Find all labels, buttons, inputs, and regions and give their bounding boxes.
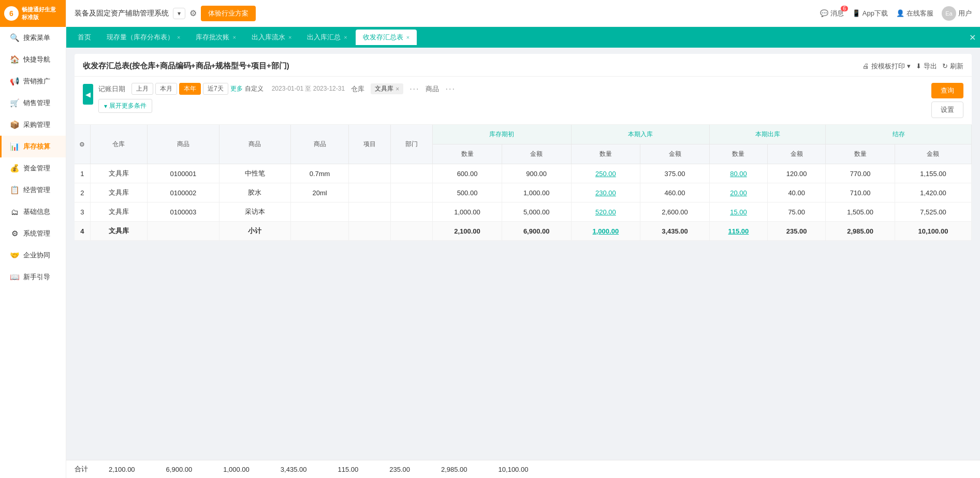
refresh-btn[interactable]: ↻ 刷新 [942, 62, 963, 71]
sidebar-item-finance[interactable]: 💰资金管理 [0, 157, 66, 179]
total-close-qty: 2,985.00 [441, 466, 467, 473]
row-out-qty-3[interactable]: 115.00 [709, 222, 767, 241]
tab-inout_flow[interactable]: 出入库流水 × [244, 30, 299, 45]
group-in-header: 本期入库 [571, 125, 709, 144]
page-card: 收发存汇总表(按仓库+商品编码+商品+规格型号+项目+部门) 🖨 按模板打印 ▾… [75, 54, 972, 241]
row-no-0: 1 [75, 164, 90, 183]
warehouse-more-dots[interactable]: ··· [409, 84, 419, 94]
sidebar-label-sales: 销售管理 [23, 98, 50, 108]
tab-close-inout_summary[interactable]: × [344, 34, 347, 40]
sidebar-item-basic[interactable]: 🗂基础信息 [0, 201, 66, 223]
warehouse-tag-close[interactable]: × [396, 85, 399, 93]
out-amt-header: 金额 [768, 144, 826, 164]
table-row: 4 文具库 小计 2,100.00 6,900.00 1,000.00 3,43… [75, 222, 972, 241]
trial-button[interactable]: 体验行业方案 [201, 6, 256, 21]
sidebar-item-purchase[interactable]: 📦采购管理 [0, 114, 66, 136]
row-open-amt-1: 1,000.00 [502, 183, 571, 202]
row-out-qty-2[interactable]: 15.00 [709, 202, 767, 222]
row-in-qty-3[interactable]: 1,000.00 [571, 222, 640, 241]
top-header-right: 💬 消息 6 📱 App下载 👤 在线客服 Ea 用户 [820, 6, 972, 21]
filter-toggle-btn[interactable]: ◀ [83, 84, 93, 105]
date-btn-7days[interactable]: 近7天 [203, 83, 228, 95]
date-more-btn[interactable]: 更多 [230, 84, 243, 93]
row-in-qty-1[interactable]: 230.00 [571, 183, 640, 202]
sidebar-item-search[interactable]: 🔍搜索菜单 [0, 27, 66, 49]
sidebar-item-marketing[interactable]: 📢营销推广 [0, 70, 66, 92]
tab-label-inout_summary: 出入库汇总 [307, 33, 341, 42]
date-btn-this-year[interactable]: 本年 [179, 83, 201, 95]
row-open-amt-3: 6,900.00 [502, 222, 571, 241]
row-project-1 [349, 183, 391, 202]
sidebar-label-system: 系统管理 [23, 229, 50, 238]
operations-icon: 📋 [10, 185, 19, 195]
message-btn[interactable]: 💬 消息 6 [820, 9, 844, 18]
row-spec-1: 20ml [290, 183, 348, 202]
total-label: 合计 [75, 465, 88, 474]
row-warehouse-2: 文具库 [90, 202, 148, 222]
row-out-qty-1[interactable]: 20.00 [709, 183, 767, 202]
user-avatar: Ea [942, 6, 956, 21]
tab-label-home: 首页 [78, 33, 91, 42]
sidebar-item-quick[interactable]: 🏠快捷导航 [0, 49, 66, 70]
date-custom-btn[interactable]: 自定义 [245, 84, 264, 93]
export-icon: ⬇ [916, 62, 922, 70]
content-area: 收发存汇总表(按仓库+商品编码+商品+规格型号+项目+部门) 🖨 按模板打印 ▾… [66, 48, 980, 460]
system-dropdown[interactable]: ▾ [173, 8, 185, 19]
top-header: 装备及固定资产辅助管理系统 ▾ ⚙ 体验行业方案 💬 消息 6 📱 App下载 … [66, 0, 980, 27]
tab-close-batch[interactable]: × [232, 34, 236, 40]
row-out-qty-0[interactable]: 80.00 [709, 164, 767, 183]
tab-inventory_dist[interactable]: 现存量（库存分布表） × [99, 30, 187, 45]
sidebar-item-guide[interactable]: 📖新手引导 [0, 266, 66, 288]
row-spec-2 [290, 202, 348, 222]
date-btn-last-month[interactable]: 上月 [131, 83, 153, 95]
sidebar-item-enterprise[interactable]: 🤝企业协同 [0, 244, 66, 266]
export-btn[interactable]: ⬇ 导出 [916, 62, 937, 71]
date-btn-this-month[interactable]: 本月 [155, 83, 177, 95]
tab-home[interactable]: 首页 [70, 30, 98, 45]
row-code-3 [148, 222, 219, 241]
sidebar-item-system[interactable]: ⚙系统管理 [0, 223, 66, 244]
goods-more-dots[interactable]: ··· [445, 84, 455, 94]
col-settings: ⚙ [75, 125, 90, 164]
sidebar-item-inventory[interactable]: 📊库存核算 [0, 136, 66, 157]
row-out-amt-2: 75.00 [768, 202, 826, 222]
quick-icon: 🏠 [10, 55, 19, 64]
print-chevron: ▾ [907, 62, 911, 70]
close-qty-header: 数量 [826, 144, 895, 164]
user-btn[interactable]: Ea 用户 [942, 6, 972, 21]
row-in-qty-2[interactable]: 520.00 [571, 202, 640, 222]
date-label: 记账日期 [98, 84, 125, 94]
tab-batch[interactable]: 库存批次账 × [188, 30, 243, 45]
system-icon: ⚙ [10, 229, 19, 238]
row-no-1: 2 [75, 183, 90, 202]
tab-close-inventory_dist[interactable]: × [177, 34, 180, 40]
row-close-qty-3: 2,985.00 [826, 222, 895, 241]
sidebar-item-operations[interactable]: 📋经营管理 [0, 179, 66, 201]
sidebar-label-operations: 经营管理 [23, 185, 50, 195]
col-goods-spec-header: 商品 [290, 125, 348, 164]
row-in-amt-0: 375.00 [640, 164, 710, 183]
expand-more-btn[interactable]: ▾ 展开更多条件 [98, 99, 152, 113]
tab-receive_summary[interactable]: 收发存汇总表 × [356, 30, 417, 45]
settings-icon[interactable]: ⚙ [189, 8, 197, 18]
bottom-bar: 合计 2,100.00 6,900.00 1,000.00 3,435.00 1… [66, 460, 980, 478]
guide-icon: 📖 [10, 272, 19, 282]
sidebar-label-quick: 快捷导航 [23, 55, 50, 64]
set-btn[interactable]: 设置 [931, 102, 963, 118]
app-download-btn[interactable]: 📱 App下载 [852, 9, 888, 18]
row-dept-1 [391, 183, 433, 202]
row-in-qty-0[interactable]: 250.00 [571, 164, 640, 183]
sidebar-item-sales[interactable]: 🛒销售管理 [0, 92, 66, 114]
col-goods-code-header: 商品 [148, 125, 219, 164]
print-icon: 🖨 [862, 62, 869, 70]
goods-label: 商品 [426, 84, 439, 94]
tab-close-inout_flow[interactable]: × [288, 34, 291, 40]
row-no-3: 4 [75, 222, 90, 241]
online-service-btn[interactable]: 👤 在线客服 [896, 9, 933, 18]
tab-close-receive_summary[interactable]: × [406, 34, 409, 40]
total-open-qty: 2,100.00 [109, 466, 135, 473]
query-btn[interactable]: 查询 [931, 83, 963, 98]
print-btn[interactable]: 🖨 按模板打印 ▾ [862, 62, 911, 71]
close-all-tabs[interactable]: ✕ [969, 33, 976, 42]
tab-inout_summary[interactable]: 出入库汇总 × [300, 30, 354, 45]
